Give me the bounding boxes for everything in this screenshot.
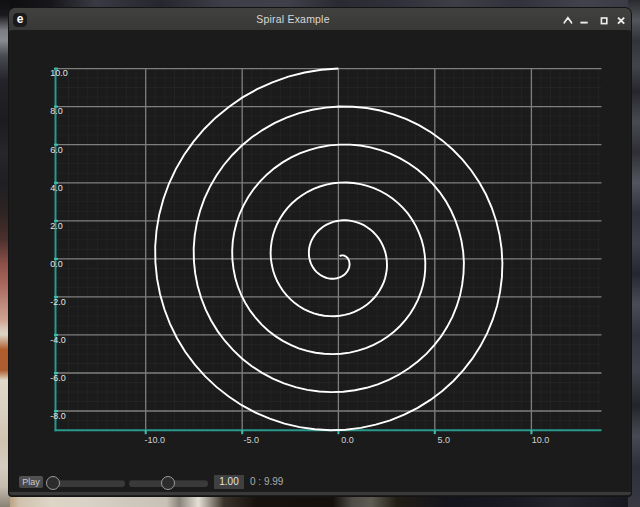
svg-text:10.0: 10.0 — [50, 68, 68, 78]
svg-text:-10.0: -10.0 — [144, 435, 165, 445]
svg-text:-6.0: -6.0 — [50, 373, 66, 383]
svg-text:10.0: 10.0 — [532, 435, 550, 445]
svg-text:-8.0: -8.0 — [50, 411, 66, 421]
svg-text:8.0: 8.0 — [50, 106, 63, 116]
svg-text:2.0: 2.0 — [50, 221, 63, 231]
svg-text:4.0: 4.0 — [50, 183, 63, 193]
svg-text:-2.0: -2.0 — [50, 297, 66, 307]
svg-text:-5.0: -5.0 — [243, 435, 259, 445]
svg-text:6.0: 6.0 — [50, 145, 63, 155]
svg-text:-4.0: -4.0 — [50, 335, 66, 345]
svg-text:0.0: 0.0 — [50, 259, 63, 269]
svg-text:5.0: 5.0 — [438, 435, 451, 445]
svg-text:0.0: 0.0 — [341, 435, 354, 445]
